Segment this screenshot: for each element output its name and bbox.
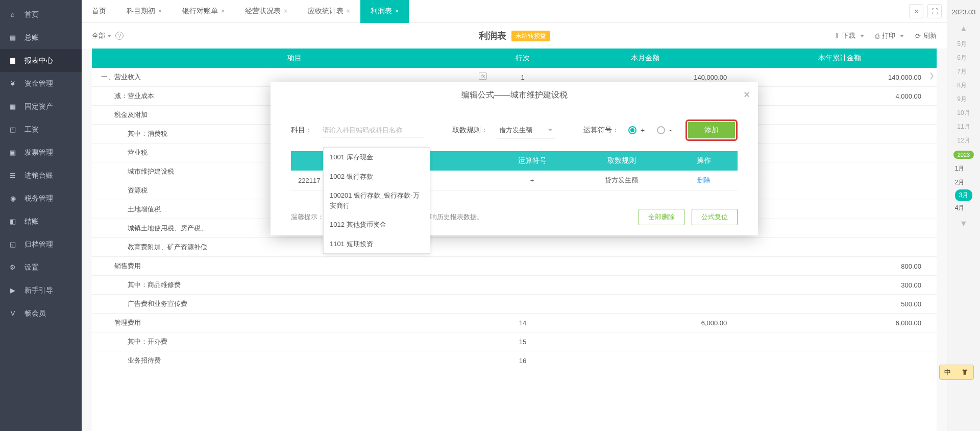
close-icon[interactable]: × [158,8,162,15]
table-row[interactable]: 销售费用800.00 [92,257,937,276]
sidebar-item-sales[interactable]: ☰进销台账 [0,164,82,187]
month-item[interactable]: 11月 [957,120,970,134]
filter-dropdown[interactable]: 全部 [92,31,111,40]
sidebar-item-label: 总账 [24,33,39,42]
month-item[interactable]: 8月 [957,79,970,92]
sidebar-item-ledger[interactable]: ▤总账 [0,26,82,49]
scroll-down-icon[interactable]: ▼ [960,219,968,228]
close-icon[interactable]: × [347,8,350,15]
tab-label: 应收统计表 [308,7,344,16]
ime-lang: 中 [944,368,951,377]
year-pill[interactable]: 2023 [953,151,974,159]
table-row[interactable]: 其中：商品维修费300.00 [92,276,937,295]
modal-close-button[interactable]: × [744,89,750,101]
month-item[interactable]: 9月 [957,92,970,106]
sidebar-item-archive[interactable]: ◱归档管理 [0,233,82,256]
add-button[interactable]: 添加 [688,122,735,138]
month-item[interactable]: 4月 [955,201,973,215]
sidebar-item-funds[interactable]: ¥资金管理 [0,72,82,95]
rule-select[interactable]: 借方发生额 [497,123,555,138]
table-row[interactable]: 管理费用146,000.006,000.00 [92,314,937,332]
print-button[interactable]: ⎙打印 [875,31,904,40]
download-icon: ⇩ [834,32,840,40]
tab-label: 经营状况表 [245,7,281,16]
delete-link[interactable]: 删除 [697,176,710,184]
edit-formula-modal: 编辑公式——城市维护建设税 × 科目： 取数规则： 借方发生额 运算符号： [271,82,758,235]
month-item[interactable]: 1月 [955,162,973,176]
vip-icon: V [8,309,17,318]
sidebar-item-label: 归档管理 [24,240,53,249]
tab-profit[interactable]: 利润表× [360,0,409,23]
radio-minus[interactable]: - [657,126,672,134]
sidebar: ⌂首页 ▤总账 ䷀报表中心 ¥资金管理 ▦固定资产 ◰工资 ▣发票管理 ☰进销台… [0,0,82,431]
fullscreen-button[interactable]: ⛶ [927,4,942,18]
download-button[interactable]: ⇩下载 [834,31,864,40]
table-row[interactable]: 广告费和业务宣传费500.00 [92,295,937,314]
status-badge: 未结转损益 [511,31,550,41]
sidebar-item-settings[interactable]: ⚙设置 [0,256,82,279]
scroll-up-icon[interactable]: ▲ [960,24,968,33]
table-row[interactable]: 其中：开办费15 [92,332,937,351]
help-icon[interactable]: ? [115,32,124,40]
sidebar-item-assets[interactable]: ▦固定资产 [0,95,82,118]
scroll-right-icon[interactable]: ❯ [929,71,935,79]
refresh-button[interactable]: ⟳刷新 [915,31,937,40]
dropdown-item[interactable]: 1101 短期投资 [324,234,430,254]
list-icon: ☰ [8,171,17,180]
dropdown-item[interactable]: 1012 其他货币资金 [324,215,430,234]
col-project: 项目 [92,49,497,68]
col-rule: 取数规则 [572,151,671,171]
tab-bank[interactable]: 银行对账单× [172,0,235,23]
sidebar-item-label: 发票管理 [24,148,53,157]
month-item[interactable]: 6月 [957,51,970,65]
sidebar-item-tax[interactable]: ◉税务管理 [0,187,82,210]
cell-rule: 贷方发生额 [572,171,671,190]
sidebar-item-closing[interactable]: ◧结账 [0,210,82,233]
subject-dropdown: 1001 库存现金 1002 银行存款 100201 银行存款_银行存款-万安商… [323,147,430,254]
delete-all-button[interactable]: 全部删除 [639,209,684,225]
month-item[interactable]: 5月 [957,37,970,51]
money-icon: ¥ [8,79,17,88]
sidebar-item-invoice[interactable]: ▣发票管理 [0,141,82,164]
sidebar-item-salary[interactable]: ◰工资 [0,118,82,141]
wallet-icon: ◰ [8,125,17,134]
archive-icon: ◱ [8,240,17,249]
dropdown-item[interactable]: 1002 银行存款 [324,167,430,186]
toolbar: 全部 ? 利润表 未结转损益 ⇩下载 ⎙打印 ⟳刷新 [82,23,947,49]
reset-button[interactable]: 公式复位 [692,209,738,225]
sidebar-item-label: 报表中心 [24,56,53,65]
radio-plus[interactable]: + [628,126,645,134]
tab-status[interactable]: 经营状况表× [235,0,298,23]
sidebar-item-guide[interactable]: ▶新手引导 [0,279,82,302]
chevron-down-icon [860,35,864,37]
dropdown-item[interactable]: 100201 银行存款_银行存款-万安商行 [324,186,430,215]
close-all-button[interactable]: ✕ [909,4,923,18]
month-item[interactable]: 2月 [955,176,973,189]
tabs-bar: 首页 科目期初× 银行对账单× 经营状况表× 应收统计表× 利润表× ✕ ⛶ [82,0,947,23]
table-row[interactable]: 业务招待费16 [92,351,937,370]
chevron-down-icon [548,129,553,131]
month-item[interactable]: 10月 [957,106,970,120]
tab-subject-init[interactable]: 科目期初× [116,0,172,23]
table-row[interactable]: 教育费附加、矿产资源补偿 [92,238,937,257]
tab-home[interactable]: 首页 [82,0,116,23]
month-item[interactable]: 7月 [957,65,970,79]
sidebar-item-label: 工资 [24,125,39,134]
chevron-down-icon [107,35,111,37]
month-item[interactable]: 3月 [955,189,973,201]
tab-receivable[interactable]: 应收统计表× [298,0,360,23]
fx-icon[interactable]: fx [479,73,487,80]
subject-label: 科目： [291,126,312,135]
dropdown-item[interactable]: 1001 库存现金 [324,148,430,167]
sidebar-item-label: 税务管理 [24,194,53,203]
close-icon[interactable]: × [221,8,225,15]
close-icon[interactable]: × [284,8,287,15]
close-icon[interactable]: × [395,8,399,15]
sidebar-item-home[interactable]: ⌂首页 [0,3,82,26]
sidebar-item-member[interactable]: V畅会员 [0,302,82,325]
subject-input[interactable] [322,123,424,137]
month-item[interactable]: 12月 [957,134,970,148]
col-year: 本年累计金额 [742,49,937,68]
ime-indicator: 中 [939,365,974,380]
sidebar-item-reports[interactable]: ䷀报表中心 [0,49,82,72]
